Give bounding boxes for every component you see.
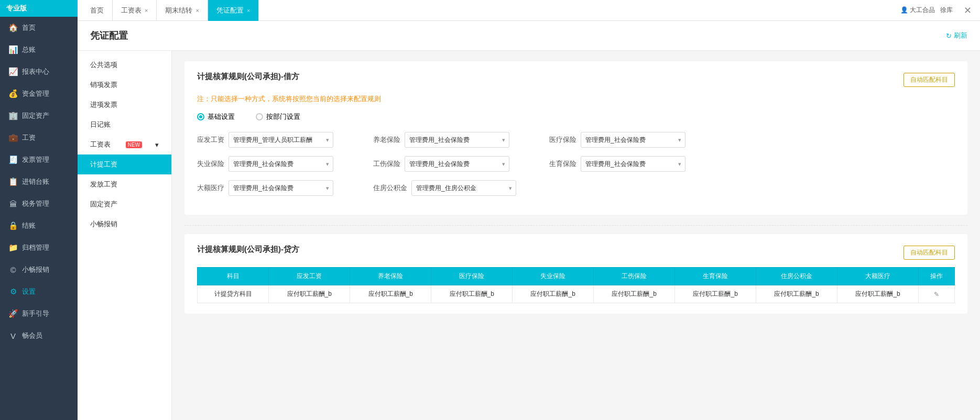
form-select-1-2[interactable]: 管理费用_社会保险费 — [581, 156, 685, 172]
sidebar-item-report[interactable]: 📈报表中心 — [0, 61, 78, 83]
left-nav-label-sales_invoice: 销项发票 — [90, 80, 117, 90]
ledger-icon: 📊 — [8, 45, 18, 54]
top-bar: 首页工资表×期末结转×凭证配置× 👤 大工合品 徐库 ✕ — [78, 0, 980, 21]
section-credit: 计提核算规则(公司承担)-贷方 自动匹配科目 科目应发工资养老保险医疗保险失业保… — [184, 234, 967, 314]
radio-basic[interactable]: 基础设置 — [197, 112, 235, 121]
sidebar-item-invoice[interactable]: 🧾发票管理 — [0, 149, 78, 171]
radio-group: 基础设置 按部门设置 — [197, 112, 955, 121]
sidebar-item-ledger[interactable]: 📊总账 — [0, 39, 78, 61]
sidebar-label-member: 畅会员 — [22, 331, 42, 340]
cell-subject-0: 计提贷方科目 — [198, 285, 269, 303]
form-row-0: 应发工资 管理费用_管理人员职工薪酬 养老保险 管理费用_社会保险费 医疗保险 … — [197, 132, 955, 148]
section-debit: 计提核算规则(公司承担)-借方 自动匹配科目 注：只能选择一种方式，系统将按照您… — [184, 61, 967, 215]
sidebar-label-guide: 新手引导 — [22, 309, 49, 318]
page-title: 凭证配置 — [90, 29, 128, 42]
select-wrap-1-2: 管理费用_社会保险费 — [581, 156, 685, 172]
top-right: 👤 大工合品 徐库 — [900, 6, 959, 15]
sidebar-label-report: 报表中心 — [22, 67, 49, 76]
right-content: 计提核算规则(公司承担)-借方 自动匹配科目 注：只能选择一种方式，系统将按照您… — [172, 51, 980, 420]
cell-action-0[interactable]: ✎ — [919, 285, 955, 303]
credit-table: 科目应发工资养老保险医疗保险失业保险工伤保险生育保险住房公积金大额医疗操作计提贷… — [197, 267, 955, 303]
form-select-1-0[interactable]: 管理费用_社会保险费 — [228, 156, 333, 172]
tab-close-period_close[interactable]: × — [195, 7, 199, 14]
left-nav-item-public[interactable]: 公共选项 — [78, 55, 171, 75]
sidebar-item-assets[interactable]: 🏢固定资产 — [0, 105, 78, 127]
radio-dept-circle — [256, 113, 263, 120]
left-nav-item-accrual_salary[interactable]: 计提工资 — [78, 154, 171, 174]
left-nav-item-pay_salary[interactable]: 发放工资 — [78, 174, 171, 194]
tab-close-voucher_config[interactable]: × — [247, 7, 250, 14]
invoice-icon: 🧾 — [8, 155, 18, 164]
table-row: 计提贷方科目应付职工薪酬_b应付职工薪酬_b应付职工薪酬_b应付职工薪酬_b应付… — [198, 285, 955, 303]
sidebar-label-invoice: 发票管理 — [22, 155, 49, 164]
radio-dept[interactable]: 按部门设置 — [256, 112, 300, 121]
left-nav-label-purchase_invoice: 进项发票 — [90, 100, 117, 109]
tab-label-home: 首页 — [90, 6, 104, 15]
edit-icon-0[interactable]: ✎ — [934, 291, 939, 298]
sidebar-item-inout[interactable]: 📋进销台账 — [0, 171, 78, 193]
sidebar-label-assets: 固定资产 — [22, 111, 49, 120]
closing-icon: 🔒 — [8, 221, 18, 230]
form-label-2-1: 住房公积金 — [373, 183, 407, 193]
sidebar-label-settings: 设置 — [22, 287, 36, 296]
radio-basic-label: 基础设置 — [208, 112, 235, 121]
sidebar-label-archive: 归档管理 — [22, 243, 49, 252]
sidebar-item-capital[interactable]: 💰资金管理 — [0, 83, 78, 105]
form-item-2-0: 大额医疗 管理费用_社会保险费 — [197, 180, 365, 196]
left-nav-item-xcbx[interactable]: 小畅报销 — [78, 214, 171, 234]
table-header-3: 医疗保险 — [431, 268, 513, 285]
left-nav-item-journal[interactable]: 日记账 — [78, 115, 171, 135]
close-window-button[interactable]: ✕ — [959, 2, 976, 19]
sidebar-item-salary[interactable]: 💼工资 — [0, 127, 78, 149]
form-select-0-0[interactable]: 管理费用_管理人员职工薪酬 — [228, 132, 333, 148]
refresh-button[interactable]: ↻ 刷新 — [946, 31, 967, 40]
tab-salary_table[interactable]: 工资表× — [113, 0, 157, 21]
form-item-2-1: 住房公积金 管理费用_住房公积金 — [373, 180, 541, 196]
form-select-0-2[interactable]: 管理费用_社会保险费 — [581, 132, 685, 148]
tab-voucher_config[interactable]: 凭证配置× — [208, 0, 259, 21]
sidebar: 专业版 🏠首页📊总账📈报表中心💰资金管理🏢固定资产💼工资🧾发票管理📋进销台账🏛税… — [0, 0, 78, 420]
notice-text: 注：只能选择一种方式，系统将按照您当前的选择来配置规则 — [197, 94, 955, 104]
sidebar-item-archive[interactable]: 📁归档管理 — [0, 237, 78, 259]
sidebar-item-home[interactable]: 🏠首页 — [0, 17, 78, 39]
inout-icon: 📋 — [8, 177, 18, 186]
select-wrap-2-1: 管理费用_住房公积金 — [411, 180, 516, 196]
auto-match-button-1[interactable]: 自动匹配科目 — [903, 73, 955, 87]
tab-home[interactable]: 首页 — [82, 0, 113, 21]
form-label-0-2: 医疗保险 — [549, 135, 576, 145]
new-badge-salary_table: NEW — [126, 141, 142, 148]
sidebar-item-xc_report[interactable]: ©小畅报销 — [0, 259, 78, 281]
section-divider — [184, 225, 967, 226]
sidebar-item-tax[interactable]: 🏛税务管理 — [0, 193, 78, 215]
table-header-8: 大额医疗 — [837, 268, 919, 285]
xc_report-icon: © — [8, 266, 18, 274]
left-nav-item-sales_invoice[interactable]: 销项发票 — [78, 75, 171, 95]
select-wrap-1-0: 管理费用_社会保险费 — [228, 156, 333, 172]
cell-0-1: 应付职工薪酬_b — [350, 285, 431, 303]
tab-period_close[interactable]: 期末结转× — [157, 0, 208, 21]
sidebar-label-closing: 结账 — [22, 221, 36, 230]
left-nav: 公共选项销项发票进项发票日记账工资表NEW▾计提工资发放工资固定资产小畅报销 — [78, 51, 172, 420]
tax-icon: 🏛 — [8, 200, 18, 208]
left-nav-label-accrual_salary: 计提工资 — [90, 160, 117, 169]
form-select-2-1[interactable]: 管理费用_住房公积金 — [411, 180, 516, 196]
left-nav-item-purchase_invoice[interactable]: 进项发票 — [78, 95, 171, 115]
member-icon: V — [8, 331, 18, 340]
sidebar-item-member[interactable]: V畅会员 — [0, 325, 78, 347]
left-nav-item-fixed_assets[interactable]: 固定资产 — [78, 194, 171, 214]
tab-label-salary_table: 工资表 — [121, 6, 141, 15]
left-nav-item-salary_table[interactable]: 工资表NEW▾ — [78, 135, 171, 154]
auto-match-button-2[interactable]: 自动匹配科目 — [903, 246, 955, 260]
sidebar-item-settings[interactable]: ⚙设置 — [0, 281, 78, 303]
sidebar-item-guide[interactable]: 🚀新手引导 — [0, 303, 78, 325]
salary-icon: 💼 — [8, 133, 18, 142]
sidebar-item-closing[interactable]: 🔒结账 — [0, 215, 78, 237]
select-wrap-0-1: 管理费用_社会保险费 — [405, 132, 509, 148]
form-select-0-1[interactable]: 管理费用_社会保险费 — [405, 132, 509, 148]
tab-label-period_close: 期末结转 — [165, 6, 192, 15]
tab-close-salary_table[interactable]: × — [145, 7, 148, 14]
table-header-4: 失业保险 — [513, 268, 594, 285]
form-select-1-1[interactable]: 管理费用_社会保险费 — [405, 156, 509, 172]
form-select-2-0[interactable]: 管理费用_社会保险费 — [228, 180, 333, 196]
select-wrap-0-2: 管理费用_社会保险费 — [581, 132, 685, 148]
